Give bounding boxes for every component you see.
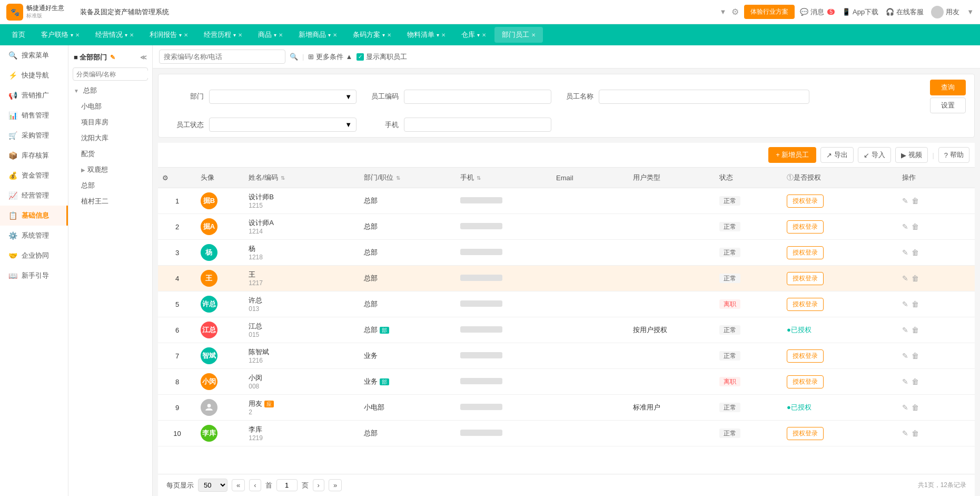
tab-bom-close[interactable]: ✕	[441, 32, 446, 38]
sidebar-item-shortcut[interactable]: ⚡ 快捷导航	[0, 65, 68, 85]
authorize-btn[interactable]: 授权登录	[787, 194, 824, 208]
dept-item-peihuo[interactable]: 配货	[68, 146, 152, 162]
sidebar-item-operation-mgmt[interactable]: 📈 经营管理	[0, 186, 68, 206]
dept-item-xiangmukufang[interactable]: 项目库房	[68, 114, 152, 130]
sidebar-item-purchase[interactable]: 🛒 采购管理	[0, 125, 68, 145]
sidebar-item-marketing[interactable]: 📢 营销推广	[0, 85, 68, 105]
sidebar-item-guide[interactable]: 📖 新手引导	[0, 266, 68, 286]
help-btn[interactable]: ? 帮助	[938, 147, 969, 163]
authorize-btn[interactable]: 授权登录	[787, 349, 824, 363]
sidebar-item-cooperation[interactable]: 🤝 企业协同	[0, 246, 68, 266]
th-name[interactable]: 姓名/编码 ⇅	[244, 168, 360, 188]
edit-icon[interactable]: ✎	[902, 403, 908, 412]
app-download-btn[interactable]: 📱 App下载	[842, 7, 878, 17]
phone-input[interactable]	[404, 118, 551, 132]
authorize-btn[interactable]: 授权登录	[787, 272, 824, 285]
sidebar-item-inventory[interactable]: 📦 库存核算	[0, 145, 68, 166]
message-btn[interactable]: 💬 消息 5	[800, 7, 835, 17]
trial-btn[interactable]: 体验行业方案	[744, 5, 795, 19]
emp-code-input[interactable]	[404, 90, 551, 104]
tab-home[interactable]: 首页	[4, 27, 33, 43]
user-dropdown-icon[interactable]: ▼	[967, 8, 974, 16]
delete-icon[interactable]: 🗑	[912, 429, 919, 437]
edit-icon[interactable]: ✎	[902, 197, 908, 205]
dept-item-xiaodianbu[interactable]: 小电部	[68, 99, 152, 114]
th-settings[interactable]: ⚙	[158, 168, 196, 188]
tab-operation-close[interactable]: ✕	[130, 32, 134, 38]
add-employee-btn[interactable]: + 新增员工	[768, 147, 816, 163]
query-btn[interactable]: 查询	[930, 80, 966, 95]
tab-barcode[interactable]: 条码方案▾✕	[345, 27, 399, 43]
dept-sort-icon[interactable]: ⇅	[396, 175, 400, 181]
tab-employees[interactable]: 部门员工✕	[494, 27, 543, 43]
sidebar-item-search[interactable]: 🔍 搜索菜单	[0, 45, 68, 65]
delete-icon[interactable]: 🗑	[912, 274, 919, 283]
dept-item-zongbu[interactable]: 总部	[68, 178, 152, 193]
delete-icon[interactable]: 🗑	[912, 326, 919, 334]
user-btn[interactable]: 用友	[931, 6, 959, 18]
tab-bom[interactable]: 物料清单▾✕	[400, 27, 453, 43]
dept-item-zhicunwanger[interactable]: 植村王二	[68, 193, 152, 209]
authorize-btn[interactable]: 授权登录	[787, 375, 824, 388]
edit-icon[interactable]: ✎	[902, 222, 908, 231]
settings-icon[interactable]: ⚙	[731, 7, 739, 17]
phone-sort-icon[interactable]: ⇅	[477, 175, 481, 181]
page-size-select[interactable]: 50 100 200	[198, 479, 227, 492]
edit-icon[interactable]: ✎	[902, 248, 908, 257]
edit-icon[interactable]: ✎	[902, 326, 908, 334]
sidebar-item-sales[interactable]: 📊 销售管理	[0, 105, 68, 125]
more-filter-btn[interactable]: ⊞ 更多条件 ▲	[308, 52, 352, 62]
first-page-btn[interactable]: «	[232, 479, 245, 491]
th-dept[interactable]: 部门/职位 ⇅	[360, 168, 456, 188]
view-btn[interactable]: ▶ 视频	[895, 147, 928, 163]
prev-page-btn[interactable]: ‹	[249, 479, 261, 491]
delete-icon[interactable]: 🗑	[912, 248, 919, 257]
tab-warehouse-close[interactable]: ✕	[482, 32, 486, 38]
emp-status-select[interactable]: ▼	[209, 118, 357, 132]
tab-new-goods-close[interactable]: ✕	[333, 32, 337, 38]
tab-profit-close[interactable]: ✕	[184, 32, 188, 38]
dropdown-arrow-icon[interactable]: ▼	[720, 8, 727, 16]
tab-customer[interactable]: 客户联络▾✕	[34, 27, 87, 43]
edit-icon[interactable]: ✎	[902, 300, 908, 308]
authorize-btn[interactable]: 授权登录	[787, 220, 824, 234]
dept-collapse-icon[interactable]: ≪	[140, 54, 147, 61]
tab-goods[interactable]: 商品▾✕	[251, 27, 290, 43]
name-sort-icon[interactable]: ⇅	[281, 175, 285, 181]
set-btn[interactable]: 设置	[930, 98, 966, 113]
delete-icon[interactable]: 🗑	[912, 222, 919, 231]
online-service-btn[interactable]: 🎧 在线客服	[886, 7, 924, 17]
edit-icon[interactable]: ✎	[902, 274, 908, 283]
dept-item-shenyangdaku[interactable]: 沈阳大库	[68, 130, 152, 146]
tab-history[interactable]: 经营历程▾✕	[196, 27, 250, 43]
dept-item-root[interactable]: ▼ 总部	[68, 83, 152, 99]
show-resigned-toggle[interactable]: ✓ 显示离职员工	[357, 52, 407, 62]
tab-barcode-close[interactable]: ✕	[387, 32, 391, 38]
dept-search-input[interactable]	[76, 71, 153, 78]
import-btn[interactable]: ↙ 导入	[858, 147, 891, 163]
sidebar-item-finance[interactable]: 💰 资金管理	[0, 166, 68, 186]
delete-icon[interactable]: 🗑	[912, 377, 919, 386]
dept-edit-icon[interactable]: ✎	[110, 54, 115, 61]
dept-filter-select[interactable]: ▼	[209, 90, 357, 104]
search-btn[interactable]: 🔍	[290, 53, 298, 61]
authorize-btn[interactable]: 授权登录	[787, 427, 824, 440]
next-page-btn[interactable]: ›	[313, 479, 324, 491]
authorize-btn[interactable]: 授权登录	[787, 246, 824, 259]
tab-history-close[interactable]: ✕	[238, 32, 242, 38]
tab-operation[interactable]: 经营情况▾✕	[88, 27, 141, 43]
sidebar-item-system[interactable]: ⚙️ 系统管理	[0, 226, 68, 246]
sidebar-item-basic-info[interactable]: 📋 基础信息	[0, 206, 68, 226]
current-page-input[interactable]	[276, 479, 298, 491]
edit-icon[interactable]: ✎	[902, 429, 908, 437]
edit-icon[interactable]: ✎	[902, 352, 908, 360]
delete-icon[interactable]: 🗑	[912, 197, 919, 205]
dept-item-shuanglushu[interactable]: ▶双鹿想	[68, 162, 152, 178]
th-phone[interactable]: 手机 ⇅	[456, 168, 552, 188]
export-btn[interactable]: ↗ 导出	[820, 147, 854, 163]
dept-tree-all-depts[interactable]: ■ 全部部门	[74, 53, 107, 62]
last-page-btn[interactable]: »	[329, 479, 342, 491]
edit-icon[interactable]: ✎	[902, 377, 908, 386]
tab-customer-close[interactable]: ✕	[75, 32, 80, 38]
delete-icon[interactable]: 🗑	[912, 403, 919, 412]
